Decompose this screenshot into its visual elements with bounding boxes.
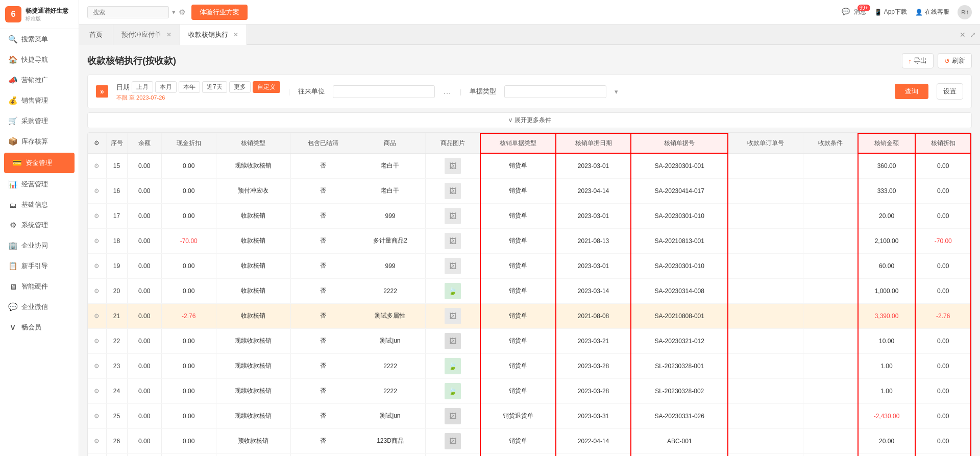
cell-gear: ⚙ bbox=[88, 428, 106, 453]
dropdown-icon[interactable]: ▾ bbox=[172, 8, 176, 16]
sidebar-item-marketing[interactable]: 📣 营销推广 bbox=[0, 70, 79, 90]
date-this-month-btn[interactable]: 本月 bbox=[155, 81, 177, 93]
industry-btn[interactable]: 体验行业方案 bbox=[191, 5, 248, 20]
row-gear-icon[interactable]: ⚙ bbox=[94, 413, 100, 420]
topbar-search-input[interactable] bbox=[87, 6, 169, 18]
cell-cancel-voucher-type: 销货单 bbox=[480, 203, 556, 228]
setting-btn[interactable]: 设置 bbox=[937, 83, 963, 100]
row-gear-icon[interactable]: ⚙ bbox=[94, 313, 100, 320]
row-gear-icon[interactable]: ⚙ bbox=[94, 262, 100, 270]
cell-cancel-no[interactable]: SA-20230301-010 bbox=[631, 203, 728, 228]
row-gear-icon[interactable]: ⚙ bbox=[94, 212, 100, 220]
search-icon: 🔍 bbox=[8, 35, 17, 44]
partner-input[interactable] bbox=[333, 85, 435, 98]
sidebar-item-purchase[interactable]: 🛒 采购管理 bbox=[0, 111, 79, 131]
cell-goods-img: 🖼 bbox=[425, 253, 480, 278]
cell-cancel-voucher-type: 销货单 bbox=[480, 303, 556, 328]
row-gear-icon[interactable]: ⚙ bbox=[94, 287, 100, 295]
row-gear-icon[interactable]: ⚙ bbox=[94, 187, 100, 195]
cell-cancel-amount: 20.00 bbox=[858, 428, 916, 453]
tab-prepay[interactable]: 预付冲应付单 ✕ bbox=[113, 25, 180, 45]
sidebar-item-guide[interactable]: 📋 新手引导 bbox=[0, 256, 79, 276]
sidebar-item-wechat[interactable]: 💬 企业微信 bbox=[0, 297, 79, 317]
sidebar-item-member[interactable]: V 畅会员 bbox=[0, 317, 79, 338]
date-7days-btn[interactable]: 近7天 bbox=[202, 81, 227, 93]
sidebar-item-finance[interactable]: 💳 资金管理 bbox=[4, 153, 75, 173]
query-btn[interactable]: 查询 bbox=[895, 84, 928, 99]
cell-cancel-date: 2023-04-08 bbox=[556, 453, 631, 456]
cell-cancel-no[interactable]: SA-20210813-001 bbox=[631, 228, 728, 253]
cell-cancel-no[interactable]: SL-20230408-001 bbox=[631, 453, 728, 456]
expand-window-icon[interactable]: ⤢ bbox=[970, 31, 976, 39]
cell-cancel-date: 2023-03-01 bbox=[556, 203, 631, 228]
row-gear-icon[interactable]: ⚙ bbox=[94, 162, 100, 170]
sidebar-item-search-menu[interactable]: 🔍 搜索菜单 bbox=[0, 29, 79, 50]
sidebar-item-operations[interactable]: 📊 经营管理 bbox=[0, 174, 79, 195]
date-last-month-btn[interactable]: 上月 bbox=[132, 81, 153, 93]
cell-cancel-no[interactable]: SL-20230328-001 bbox=[631, 353, 728, 378]
sidebar-item-inventory[interactable]: 📦 库存核算 bbox=[0, 131, 79, 152]
cell-no: 21 bbox=[106, 303, 127, 328]
voucher-type-select[interactable] bbox=[504, 85, 606, 98]
table-scroll-area[interactable]: ⚙ 序号 余额 现金折扣 核销类型 包含已结清 商品 商品图片 核销单据类型 核… bbox=[88, 133, 971, 456]
cell-receipt-condition bbox=[803, 403, 858, 428]
export-btn[interactable]: ↑ 导出 bbox=[902, 53, 934, 68]
cell-cancel-no[interactable]: SL-20230328-002 bbox=[631, 378, 728, 403]
col-header-balance: 余额 bbox=[127, 133, 161, 153]
cell-goods: 测试jun bbox=[355, 403, 425, 428]
filter-toggle-btn[interactable]: » bbox=[96, 85, 108, 98]
member-icon: V bbox=[8, 323, 17, 332]
tab-prepay-close[interactable]: ✕ bbox=[166, 31, 172, 38]
row-gear-icon[interactable]: ⚙ bbox=[94, 388, 100, 395]
tab-collection[interactable]: 收款核销执行 ✕ bbox=[180, 25, 247, 45]
row-gear-icon[interactable]: ⚙ bbox=[94, 237, 100, 245]
row-gear-icon[interactable]: ⚙ bbox=[94, 438, 100, 445]
row-gear-icon[interactable]: ⚙ bbox=[94, 363, 100, 370]
goods-image: 🖼 bbox=[445, 408, 461, 424]
online-service-btn[interactable]: 👤 在线客服 bbox=[915, 8, 949, 16]
date-this-year-btn[interactable]: 本年 bbox=[179, 81, 200, 93]
expand-more-btn[interactable]: ∨ 展开更多条件 bbox=[87, 112, 972, 128]
row-gear-icon[interactable]: ⚙ bbox=[94, 338, 100, 345]
tab-collection-close[interactable]: ✕ bbox=[233, 31, 238, 38]
cell-cancel-no[interactable]: SA-20230301-001 bbox=[631, 153, 728, 178]
page-header: 收款核销执行(按收款) ↑ 导出 ↺ 刷新 bbox=[87, 53, 972, 68]
goods-image: 🖼 bbox=[445, 183, 461, 199]
refresh-btn[interactable]: ↺ 刷新 bbox=[938, 53, 972, 68]
cell-cancel-no[interactable]: SA-20210808-001 bbox=[631, 303, 728, 328]
cell-cancel-no[interactable]: SA-20230321-012 bbox=[631, 328, 728, 353]
cell-cash-discount: 0.00 bbox=[161, 178, 216, 203]
date-label: 日期 bbox=[116, 83, 130, 92]
user-avatar[interactable]: Rit bbox=[958, 5, 972, 19]
cell-included: 否 bbox=[290, 228, 355, 253]
gear-icon[interactable]: ⚙ bbox=[94, 139, 100, 147]
sidebar-item-smart-hw[interactable]: 🖥 智能硬件 bbox=[0, 276, 79, 297]
col-header-cancel-discount: 核销折扣 bbox=[915, 133, 971, 153]
close-window-icon[interactable]: ✕ bbox=[960, 31, 966, 39]
sidebar-item-system[interactable]: ⚙ 系统管理 bbox=[0, 215, 79, 235]
message-btn[interactable]: 💬 99+ 消息 bbox=[842, 8, 866, 16]
sidebar-item-quick-nav[interactable]: 🏠 快捷导航 bbox=[0, 50, 79, 70]
cell-cancel-voucher-type: 销货单 bbox=[480, 178, 556, 203]
sidebar-item-basic-info[interactable]: 🗂 基础信息 bbox=[0, 195, 79, 215]
settings-icon[interactable]: ⚙ bbox=[179, 8, 185, 17]
cell-cash-discount: 0.00 bbox=[161, 403, 216, 428]
sidebar-item-sales[interactable]: 💰 销售管理 bbox=[0, 90, 79, 111]
cell-cancel-no[interactable]: SA-20230414-017 bbox=[631, 178, 728, 203]
cell-cancel-no[interactable]: SA-20230314-008 bbox=[631, 278, 728, 303]
date-custom-btn[interactable]: 自定义 bbox=[253, 81, 280, 93]
tab-home[interactable]: 首页 bbox=[79, 25, 113, 45]
partner-more-icon[interactable]: … bbox=[443, 87, 452, 96]
cell-cancel-no[interactable]: ABC-001 bbox=[631, 428, 728, 453]
col-header-cancel-type: 核销类型 bbox=[216, 133, 290, 153]
date-more-btn[interactable]: 更多 bbox=[229, 81, 251, 93]
cell-cancel-type: 预收款核销 bbox=[216, 428, 290, 453]
cell-cancel-no[interactable]: SA-20230331-026 bbox=[631, 403, 728, 428]
cell-cancel-no[interactable]: SA-20230301-010 bbox=[631, 253, 728, 278]
voucher-type-dropdown-icon[interactable]: ▾ bbox=[615, 88, 618, 95]
cell-receipt-condition bbox=[803, 353, 858, 378]
app-download-btn[interactable]: 📱 App下载 bbox=[874, 8, 907, 16]
cell-cancel-type: 预付冲应收 bbox=[216, 178, 290, 203]
cell-cancel-discount: -2.76 bbox=[915, 303, 971, 328]
sidebar-item-enterprise[interactable]: 🏢 企业协同 bbox=[0, 235, 79, 256]
